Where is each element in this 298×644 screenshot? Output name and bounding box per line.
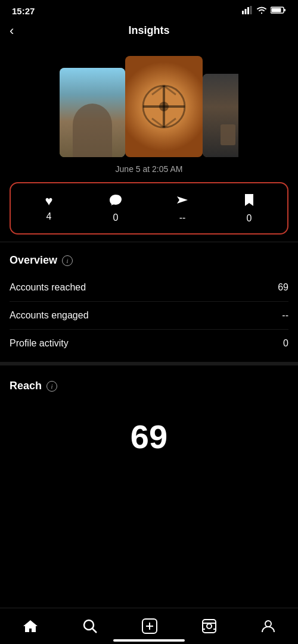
- post-timestamp: June 5 at 2:05 AM: [0, 157, 298, 180]
- post-image-left: [60, 68, 125, 157]
- page-title: Insights: [128, 24, 169, 37]
- likes-value: 4: [46, 211, 52, 222]
- accounts-reached-label: Accounts reached: [10, 282, 86, 293]
- stat-likes: ♥ 4: [31, 195, 67, 222]
- svg-rect-5: [284, 9, 286, 11]
- back-button[interactable]: ‹: [10, 23, 14, 39]
- stats-box: ♥ 4 0 -- 0: [10, 182, 288, 235]
- reach-section: Reach i 69: [0, 370, 298, 468]
- overview-title: Overview i: [10, 254, 288, 267]
- reels-icon: [201, 618, 217, 636]
- wifi-icon: [256, 6, 267, 16]
- svg-point-26: [265, 621, 271, 627]
- shares-value: --: [179, 212, 186, 223]
- stat-shares: --: [164, 193, 200, 223]
- svg-rect-0: [242, 11, 244, 14]
- post-images: [0, 44, 298, 157]
- svg-marker-15: [177, 196, 188, 204]
- svg-rect-3: [250, 6, 252, 14]
- home-indicator-container: [0, 634, 298, 642]
- svg-rect-2: [247, 7, 249, 14]
- signal-icon: [242, 6, 253, 16]
- section-divider-1: [0, 242, 298, 242]
- bookmarks-value: 0: [247, 213, 252, 224]
- shares-icon: [176, 193, 189, 209]
- svg-rect-21: [203, 620, 216, 633]
- svg-point-22: [207, 624, 212, 629]
- stat-comments: 0: [98, 193, 134, 223]
- reach-title: Reach i: [10, 380, 288, 392]
- accounts-engaged-row: Accounts engaged --: [10, 302, 288, 330]
- search-icon: [82, 618, 98, 636]
- comments-value: 0: [113, 212, 119, 223]
- status-time: 15:27: [12, 6, 35, 16]
- comments-icon: [108, 193, 123, 209]
- home-icon: [22, 618, 39, 636]
- profile-activity-label: Profile activity: [10, 338, 69, 349]
- profile-icon: [260, 618, 276, 636]
- post-image-main: [125, 56, 203, 157]
- header: ‹ Insights: [0, 20, 298, 44]
- profile-activity-value: 0: [283, 338, 288, 349]
- likes-icon: ♥: [45, 195, 52, 208]
- status-icons: [242, 6, 286, 16]
- stat-bookmarks: 0: [231, 193, 267, 224]
- svg-line-17: [92, 629, 97, 633]
- bookmarks-icon: [244, 193, 254, 210]
- overview-section: Overview i Accounts reached 69 Accounts …: [0, 245, 298, 357]
- status-bar: 15:27: [0, 0, 298, 20]
- accounts-engaged-value: --: [282, 310, 288, 321]
- reach-info-icon[interactable]: i: [46, 381, 57, 392]
- svg-rect-1: [245, 9, 247, 14]
- accounts-engaged-label: Accounts engaged: [10, 310, 89, 321]
- overview-info-icon[interactable]: i: [62, 255, 73, 266]
- post-image-right: [203, 74, 238, 157]
- accounts-reached-value: 69: [278, 282, 288, 293]
- svg-rect-6: [272, 8, 281, 12]
- accounts-reached-row: Accounts reached 69: [10, 274, 288, 302]
- svg-point-16: [84, 620, 94, 630]
- battery-icon: [271, 6, 286, 16]
- svg-point-10: [159, 102, 169, 111]
- reach-value: 69: [10, 399, 288, 468]
- home-indicator: [113, 639, 185, 642]
- section-divider-2: [0, 362, 298, 365]
- profile-activity-row: Profile activity 0: [10, 330, 288, 357]
